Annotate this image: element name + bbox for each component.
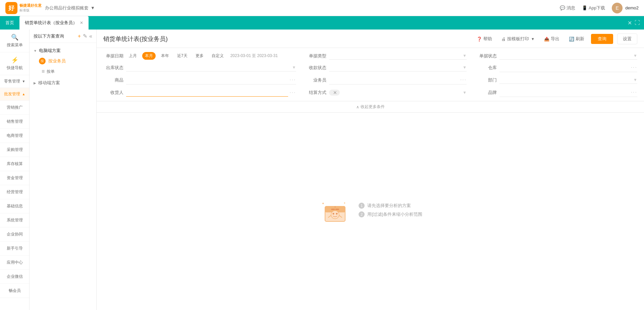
date-tab-more[interactable]: 更多	[193, 52, 206, 60]
dept-select[interactable]: ▼	[499, 76, 637, 84]
sidebar-item-appcenter[interactable]: 应用中心	[0, 256, 29, 270]
sidebar-shortcuts-label: 快捷导航	[7, 65, 23, 71]
svg-point-6	[336, 213, 338, 215]
sidebar-item-shortcuts[interactable]: ⚡ 快捷导航	[0, 52, 29, 75]
tab-expand-icon[interactable]: ⛶	[635, 20, 640, 26]
filter-settle-method: 结算方式 ✕ ▼	[306, 90, 467, 96]
doc-type-select[interactable]: ▼	[329, 52, 467, 60]
user-menu[interactable]: E demo2	[612, 3, 639, 13]
sidebar-item-basic[interactable]: 基础信息	[0, 199, 29, 213]
svg-text:✦: ✦	[343, 202, 346, 205]
date-tab-custom[interactable]: 自定义	[209, 52, 226, 60]
svg-point-8	[334, 208, 336, 209]
date-range-text: 2023-03-01 至 2023-03-31	[230, 53, 278, 59]
scheme-add-button[interactable]: +	[78, 33, 81, 39]
settings-button[interactable]: 设置	[617, 34, 637, 44]
help-button[interactable]: ❓ 帮助	[474, 35, 495, 43]
refresh-button[interactable]: 🔄 刷新	[566, 35, 587, 43]
goods-select[interactable]: ···	[126, 75, 296, 85]
wechat-label: 企业微信	[7, 274, 23, 279]
query-button[interactable]: 查询	[591, 34, 613, 44]
sidebar-item-ecommerce[interactable]: 电商管理	[0, 129, 29, 143]
scheme-mobile-arrow-icon: ▶	[34, 81, 36, 85]
svg-text:✦: ✦	[341, 206, 343, 208]
doc-type-chevron-icon: ▼	[463, 53, 467, 58]
collapse-button[interactable]: ∧ 收起更多条件	[356, 104, 385, 110]
sidebar-item-system[interactable]: 系统管理	[0, 213, 29, 227]
tab-home[interactable]: 首页	[0, 16, 19, 30]
sidebar-item-wechat[interactable]: 企业微信	[0, 270, 29, 284]
scheme-group-arrow-icon: ▼	[34, 49, 37, 53]
scheme-header-title: 按以下方案查询	[34, 33, 64, 39]
sidebar-item-purchase[interactable]: 采购管理	[0, 143, 29, 157]
sidebar-item-wholesale[interactable]: 批发管理 ▲	[0, 88, 29, 101]
logo-sub: 标准版	[19, 8, 42, 13]
message-button[interactable]: 💬 消息	[560, 5, 575, 11]
export-label: 导出	[551, 36, 559, 42]
brand-select[interactable]: ···	[499, 88, 637, 97]
sidebar-item-search[interactable]: 🔍 搜索菜单	[0, 30, 29, 52]
filter-doc-status: 单据状态 ▼	[477, 52, 637, 60]
settle-tag-close-icon[interactable]: ✕	[333, 90, 337, 95]
refresh-icon: 🔄	[569, 37, 574, 42]
export-icon: 📤	[544, 37, 549, 42]
warehouse-label: 仓库	[477, 65, 497, 71]
sidebar-item-sales[interactable]: 销售管理	[0, 115, 29, 129]
scheme-edit-button[interactable]: ✎	[83, 33, 87, 39]
sidebar-item-member[interactable]: 畅会员	[0, 284, 29, 298]
scheme-item-by-salesperson[interactable]: 按 按业务员	[30, 56, 96, 66]
filter-warehouse: 仓库 ···	[477, 63, 637, 72]
finance-label: 资金管理	[7, 175, 23, 181]
collect-status-select[interactable]: ▼	[329, 64, 467, 71]
tab-sales-stat[interactable]: 销货单统计表（按业务员） ✕	[19, 16, 89, 30]
settle-chevron-icon: ▼	[463, 90, 467, 95]
main-layout: 🔍 搜索菜单 ⚡ 快捷导航 零售管理 ▼ 批发管理 ▲ 营销推广 销售管理 电商…	[0, 30, 644, 310]
breadcrumb[interactable]: 办公用品行业模拟账套 ▼	[45, 5, 95, 11]
sidebar-item-finance[interactable]: 资金管理	[0, 171, 29, 185]
salesperson-select[interactable]: ···	[329, 75, 467, 85]
filter-date: 单据日期 上月 本月 本年 近7天 更多 自定义 2023-03-01 至 20…	[103, 52, 296, 60]
out-status-label: 出库状态	[103, 65, 123, 71]
app-download-button[interactable]: 📱 App下载	[582, 5, 605, 11]
date-tab-this-month[interactable]: 本月	[142, 52, 156, 60]
tab-close-all-icon[interactable]: ✕	[628, 20, 632, 26]
ecommerce-label: 电商管理	[7, 133, 23, 139]
desktop-group-label: 电脑端方案	[39, 48, 61, 54]
collapse-label: 收起更多条件	[361, 104, 385, 110]
help-icon: ❓	[477, 37, 482, 42]
print-dropdown-icon: ▼	[531, 37, 535, 41]
receiver-input[interactable]	[126, 89, 288, 97]
sidebar-item-retail[interactable]: 零售管理 ▼	[0, 75, 29, 88]
doc-status-label: 单据状态	[477, 53, 497, 59]
date-tab-this-year[interactable]: 本年	[158, 52, 172, 60]
sidebar-item-inventory[interactable]: 库存核算	[0, 157, 29, 171]
filter-row-1: 单据日期 上月 本月 本年 近7天 更多 自定义 2023-03-01 至 20…	[103, 52, 637, 60]
print-button[interactable]: 🖨 按模板打印 ▼	[499, 35, 537, 43]
scheme-group-desktop-header[interactable]: ▼ 电脑端方案	[30, 46, 96, 56]
logo-text: 畅捷通好生意	[19, 3, 42, 8]
warehouse-select[interactable]: ···	[499, 63, 637, 72]
tab-bar: 首页 销货单统计表（按业务员） ✕ ✕ ⛶	[0, 16, 644, 30]
date-tab-last-month[interactable]: 上月	[126, 52, 140, 60]
settle-tag-area: ✕ ▼	[329, 90, 467, 96]
tab-close-icon[interactable]: ✕	[80, 20, 83, 25]
sidebar-item-newbie[interactable]: 新手引导	[0, 242, 29, 256]
filter-doc-type: 单据类型 ▼	[306, 52, 467, 60]
export-button[interactable]: 📤 导出	[541, 35, 562, 43]
sidebar-item-marketing[interactable]: 营销推广	[0, 101, 29, 115]
settle-tag: ✕	[329, 90, 340, 96]
sidebar-item-enterprise[interactable]: 企业协同	[0, 227, 29, 242]
doc-status-select[interactable]: ▼	[499, 52, 637, 60]
date-tab-7days[interactable]: 近7天	[174, 52, 190, 60]
scheme-collapse-button[interactable]: «	[89, 33, 92, 39]
search-icon: 🔍	[11, 34, 18, 41]
out-status-select[interactable]: ▼	[126, 64, 296, 71]
empty-hints: 1 请先选择要分析的方案 2 用[过滤]条件来缩小分析范围	[359, 203, 422, 220]
filter-row-4: 收货人 ··· 结算方式 ✕ ▼	[103, 88, 637, 97]
dept-chevron-icon: ▼	[633, 78, 637, 82]
scheme-group-mobile-header[interactable]: ▶ 移动端方案	[30, 78, 96, 88]
sidebar-item-operations[interactable]: 经营管理	[0, 185, 29, 199]
salesperson-label: 业务员	[306, 77, 326, 83]
scheme-item-by-order[interactable]: ≡ 按单	[30, 66, 96, 76]
breadcrumb-text: 办公用品行业模拟账套	[45, 5, 89, 11]
